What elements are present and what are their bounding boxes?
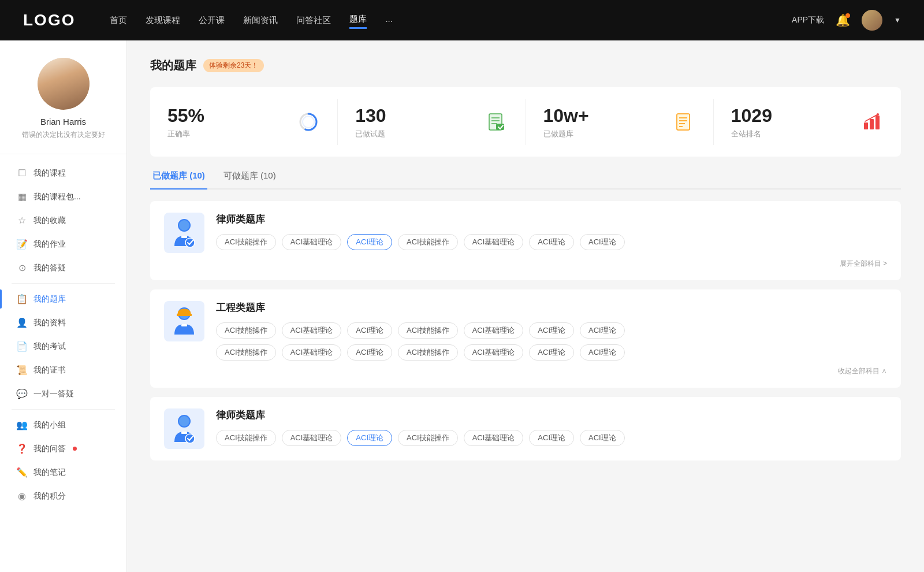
svg-rect-24 (181, 324, 187, 326)
user-avatar[interactable] (862, 10, 882, 31)
tag-3-5[interactable]: ACI基础理论 (464, 430, 524, 446)
sidebar-item-homework[interactable]: 📝 我的作业 (0, 232, 126, 256)
page-layout: Brian Harris 错误的决定比没有决定要好 ☐ 我的课程 ▦ 我的课程包… (0, 40, 924, 572)
tag-3-7[interactable]: ACI理论 (580, 430, 625, 446)
sidebar-label-group: 我的小组 (33, 420, 66, 430)
nav-more[interactable]: ··· (385, 13, 393, 28)
exam-icon: 📄 (16, 341, 28, 352)
sidebar-profile: Brian Harris 错误的决定比没有决定要好 (0, 58, 126, 154)
sidebar-label-favorites: 我的收藏 (33, 216, 66, 226)
stats-row: 55% 正确率 130 已做试题 (150, 87, 901, 157)
svg-point-26 (179, 416, 189, 426)
sidebar-item-questions[interactable]: ⊙ 我的答疑 (0, 256, 126, 280)
tag-1-2[interactable]: ACI基础理论 (282, 234, 342, 250)
sidebar-label-tutoring: 一对一答疑 (33, 389, 74, 399)
user-motto: 错误的决定比没有决定要好 (22, 130, 105, 140)
nav-open-course[interactable]: 公开课 (199, 13, 225, 28)
profile-icon: 👤 (16, 317, 28, 328)
stat-accuracy-value: 55% (167, 105, 297, 127)
tag-3-4[interactable]: ACI技能操作 (398, 430, 458, 446)
qb-card-header-2: 工程类题库 ACI技能操作 ACI基础理论 ACI理论 ACI技能操作 ACI基… (164, 301, 887, 361)
tag-2-10[interactable]: ACI理论 (347, 344, 392, 361)
nav-question-bank[interactable]: 题库 (349, 12, 367, 29)
svg-rect-27 (181, 432, 187, 434)
tutoring-icon: 💬 (16, 388, 28, 399)
tag-2-6[interactable]: ACI理论 (529, 322, 574, 339)
tag-1-4[interactable]: ACI技能操作 (398, 234, 458, 250)
svg-rect-15 (875, 116, 880, 129)
page-title: 我的题库 (150, 58, 196, 73)
sidebar-item-group[interactable]: 👥 我的小组 (0, 413, 126, 437)
tag-1-1[interactable]: ACI技能操作 (216, 234, 276, 250)
sidebar-item-question-bank[interactable]: 📋 我的题库 (0, 287, 126, 311)
tag-1-5[interactable]: ACI基础理论 (464, 234, 524, 250)
expand-button-1[interactable]: 展开全部科目 > (840, 259, 887, 269)
sidebar-item-points[interactable]: ◉ 我的积分 (0, 484, 126, 508)
sidebar-item-certificate[interactable]: 📜 我的证书 (0, 358, 126, 382)
collapse-button-2[interactable]: 收起全部科目 ∧ (838, 366, 887, 376)
stat-rank-label: 全站排名 (731, 129, 860, 139)
sidebar-label-profile: 我的资料 (33, 318, 66, 328)
tag-2-13[interactable]: ACI理论 (529, 344, 574, 361)
done-banks-icon (673, 110, 696, 133)
qb-title-2: 工程类题库 (216, 301, 887, 314)
stat-accuracy: 55% 正确率 (150, 99, 338, 145)
tag-2-1[interactable]: ACI技能操作 (216, 322, 276, 339)
tag-3-3[interactable]: ACI理论 (347, 430, 392, 446)
tag-2-3[interactable]: ACI理论 (347, 322, 392, 339)
stat-rank-text: 1029 全站排名 (731, 105, 860, 139)
stat-banks-label: 已做题库 (543, 129, 673, 139)
tag-1-3[interactable]: ACI理论 (347, 234, 392, 250)
svg-rect-14 (870, 119, 874, 129)
qb-title-1: 律师类题库 (216, 213, 887, 226)
stat-done-label: 已做试题 (355, 129, 485, 139)
stat-done-questions: 130 已做试题 (338, 99, 526, 145)
sidebar-label-questions: 我的答疑 (33, 263, 66, 273)
sidebar-item-profile[interactable]: 👤 我的资料 (0, 311, 126, 335)
packages-icon: ▦ (16, 191, 28, 202)
svg-point-28 (185, 434, 195, 443)
tab-done-banks[interactable]: 已做题库 (10) (150, 170, 207, 188)
tag-2-5[interactable]: ACI基础理论 (464, 322, 524, 339)
tag-2-14[interactable]: ACI理论 (580, 344, 625, 361)
svg-point-2 (303, 116, 314, 128)
svg-point-16 (877, 113, 879, 116)
sidebar-item-my-questions[interactable]: ❓ 我的问答 (0, 437, 126, 460)
nav-qa[interactable]: 问答社区 (296, 13, 331, 28)
tag-2-8[interactable]: ACI技能操作 (216, 344, 276, 361)
qb-card-header-1: 律师类题库 ACI技能操作 ACI基础理论 ACI理论 ACI技能操作 ACI基… (164, 213, 887, 253)
unread-dot (73, 447, 77, 451)
stat-rank-value: 1029 (731, 105, 860, 127)
ranking-icon (860, 110, 884, 133)
sidebar-item-notes[interactable]: ✏️ 我的笔记 (0, 460, 126, 484)
user-menu-chevron[interactable]: ▼ (894, 16, 901, 24)
tag-2-2[interactable]: ACI基础理论 (282, 322, 342, 339)
sidebar-item-my-courses[interactable]: ☐ 我的课程 (0, 161, 126, 185)
stat-done-banks: 10w+ 已做题库 (526, 99, 714, 145)
nav-news[interactable]: 新闻资讯 (243, 13, 278, 28)
tag-2-4[interactable]: ACI技能操作 (398, 322, 458, 339)
notification-bell[interactable]: 🔔 (836, 13, 850, 27)
tag-3-6[interactable]: ACI理论 (529, 430, 574, 446)
tag-2-12[interactable]: ACI基础理论 (464, 344, 524, 361)
qb-tags-1: ACI技能操作 ACI基础理论 ACI理论 ACI技能操作 ACI基础理论 AC… (216, 234, 887, 250)
sidebar-item-course-packages[interactable]: ▦ 我的课程包... (0, 185, 126, 209)
avatar (38, 58, 90, 110)
tag-3-1[interactable]: ACI技能操作 (216, 430, 276, 446)
tag-2-9[interactable]: ACI基础理论 (282, 344, 342, 361)
nav-discover[interactable]: 发现课程 (146, 13, 180, 28)
app-download-button[interactable]: APP下载 (792, 15, 824, 25)
tag-2-11[interactable]: ACI技能操作 (398, 344, 458, 361)
sidebar-item-tutoring[interactable]: 💬 一对一答疑 (0, 382, 126, 406)
sidebar-item-exam[interactable]: 📄 我的考试 (0, 335, 126, 358)
cert-icon: 📜 (16, 365, 28, 376)
tag-3-2[interactable]: ACI基础理论 (282, 430, 342, 446)
tag-1-6[interactable]: ACI理论 (529, 234, 574, 250)
nav-home[interactable]: 首页 (110, 13, 127, 28)
navbar: LOGO 首页 发现课程 公开课 新闻资讯 问答社区 题库 ··· APP下载 … (0, 0, 924, 40)
tag-2-7[interactable]: ACI理论 (580, 322, 625, 339)
tab-available-banks[interactable]: 可做题库 (10) (221, 170, 278, 188)
sidebar-item-favorites[interactable]: ☆ 我的收藏 (0, 209, 126, 232)
stat-done-value: 130 (355, 105, 485, 127)
tag-1-7[interactable]: ACI理论 (580, 234, 625, 250)
